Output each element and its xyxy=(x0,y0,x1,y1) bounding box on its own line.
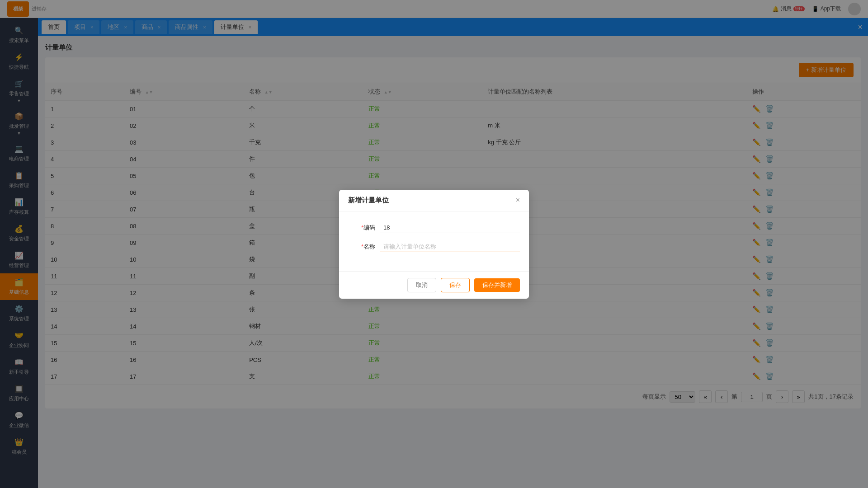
add-unit-modal: 新增计量单位 × *编码 *名称 取消 保存 保存并新增 xyxy=(339,190,529,299)
modal-body: *编码 *名称 xyxy=(339,211,529,271)
modal-overlay[interactable]: 新增计量单位 × *编码 *名称 取消 保存 保存并新增 xyxy=(0,0,868,488)
modal-header: 新增计量单位 × xyxy=(339,190,529,211)
cancel-button[interactable]: 取消 xyxy=(407,278,436,292)
save-button[interactable]: 保存 xyxy=(441,278,470,292)
code-input[interactable] xyxy=(380,222,520,233)
modal-title: 新增计量单位 xyxy=(348,196,389,205)
code-label: *编码 xyxy=(348,224,375,232)
save-and-new-button[interactable]: 保存并新增 xyxy=(474,278,520,292)
modal-footer: 取消 保存 保存并新增 xyxy=(339,271,529,299)
code-required-star: * xyxy=(361,224,363,231)
name-label: *名称 xyxy=(348,243,375,251)
name-form-row: *名称 xyxy=(348,241,520,252)
code-form-row: *编码 xyxy=(348,222,520,233)
name-required-star: * xyxy=(361,243,363,250)
name-input[interactable] xyxy=(380,241,520,252)
modal-close-button[interactable]: × xyxy=(516,196,520,204)
